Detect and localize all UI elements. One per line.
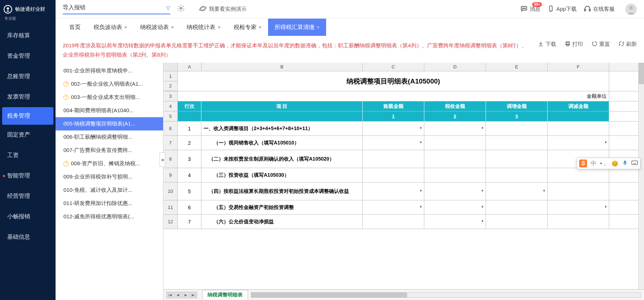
close-icon[interactable]: × bbox=[218, 24, 220, 30]
row-header[interactable]: 2 bbox=[163, 81, 178, 91]
cell[interactable] bbox=[363, 150, 424, 168]
help-icon[interactable]: ? bbox=[63, 95, 69, 100]
demo-link[interactable]: 我要看实例演示 bbox=[199, 5, 247, 14]
sidebar-item[interactable]: 基础信息 bbox=[0, 227, 56, 247]
cell[interactable] bbox=[548, 111, 609, 121]
reset-button[interactable]: 重置 bbox=[592, 41, 610, 48]
cell[interactable] bbox=[424, 168, 486, 182]
tree-item[interactable]: 010-免税、减计收入及加计... bbox=[56, 184, 163, 197]
collapse-handle[interactable]: ◀ bbox=[159, 152, 165, 167]
sheet-nav-next[interactable]: ▶ bbox=[182, 292, 189, 298]
col-header[interactable]: E bbox=[486, 63, 548, 71]
cell[interactable]: * bbox=[424, 182, 486, 200]
cell[interactable]: （六）公允价值变动净损益 bbox=[201, 215, 363, 229]
horizontal-scrollbar[interactable] bbox=[251, 292, 641, 298]
cell[interactable]: 3 bbox=[486, 111, 548, 121]
cell[interactable]: 1 bbox=[178, 122, 201, 135]
row-header[interactable]: 10 bbox=[163, 182, 178, 200]
cell[interactable]: * bbox=[363, 136, 424, 150]
cell[interactable] bbox=[486, 168, 548, 182]
download-button[interactable]: 下载 bbox=[538, 41, 556, 48]
ime-lang[interactable]: 中 bbox=[591, 160, 596, 167]
tree-item[interactable]: 009-企业所得税弥补亏损明... bbox=[56, 170, 163, 184]
sidebar-item[interactable]: 固定资产 bbox=[0, 125, 56, 145]
col-header[interactable]: C bbox=[363, 63, 424, 71]
cell[interactable]: 7 bbox=[178, 215, 201, 229]
avatar[interactable] bbox=[625, 4, 637, 15]
messages-button[interactable]: 消息 99+ bbox=[520, 5, 540, 13]
sheet-nav-prev[interactable]: ◀ bbox=[174, 292, 181, 298]
cell[interactable]: * bbox=[548, 136, 609, 150]
close-icon[interactable]: × bbox=[124, 24, 127, 30]
cell[interactable]: 6 bbox=[178, 200, 201, 214]
cell[interactable] bbox=[548, 182, 609, 200]
cell[interactable]: * bbox=[424, 215, 486, 229]
help-icon[interactable]: ? bbox=[63, 81, 69, 87]
help-icon[interactable]: ? bbox=[63, 161, 69, 166]
close-icon[interactable]: × bbox=[171, 24, 174, 30]
tree-item[interactable]: 006-职工薪酬纳税调整明细... bbox=[56, 130, 163, 144]
page-tab[interactable]: 所得税汇算清缴× bbox=[268, 19, 326, 36]
tree-item[interactable]: ?008-资产折旧、摊销及纳税... bbox=[56, 157, 163, 170]
cell[interactable]: * bbox=[363, 182, 424, 200]
cell[interactable] bbox=[486, 136, 548, 150]
row-header[interactable]: 11 bbox=[163, 200, 178, 214]
sidebar-item[interactable]: 资金管理 bbox=[0, 46, 56, 66]
ime-keyboard-icon[interactable] bbox=[631, 160, 638, 167]
tree-item[interactable]: 007-广告费和业务宣传费跨... bbox=[56, 144, 163, 157]
row-header[interactable]: 5 bbox=[163, 111, 178, 121]
tree-item[interactable]: 012-减免所得税优惠明细表(... bbox=[56, 210, 163, 223]
sidebar-item[interactable]: 总账管理 bbox=[0, 66, 56, 87]
row-header[interactable]: 12 bbox=[163, 215, 178, 229]
cell[interactable] bbox=[424, 136, 486, 150]
page-tab[interactable]: 税负波动表× bbox=[87, 19, 134, 36]
ime-mic-icon[interactable] bbox=[622, 160, 628, 167]
cell[interactable] bbox=[548, 215, 609, 229]
cell[interactable]: * bbox=[424, 200, 486, 214]
tree-item[interactable]: 011-研发费用加计扣除优惠... bbox=[56, 197, 163, 210]
tree-item[interactable]: ?003-一般企业成本支出明细... bbox=[56, 91, 163, 104]
cell[interactable]: 税收金额 bbox=[424, 101, 486, 111]
cell[interactable] bbox=[486, 200, 548, 214]
cell[interactable]: 项 目 bbox=[201, 101, 363, 111]
cell[interactable]: 1 bbox=[363, 111, 424, 121]
cell[interactable]: 2 bbox=[178, 136, 201, 150]
cell[interactable]: （五）交易性金融资产初始投资调整 bbox=[201, 200, 363, 214]
row-header[interactable]: 4 bbox=[163, 101, 178, 111]
vertical-scrollbar[interactable] bbox=[638, 63, 644, 289]
cell[interactable] bbox=[178, 111, 201, 121]
cell[interactable] bbox=[486, 215, 548, 229]
cell[interactable] bbox=[548, 168, 609, 182]
ime-punct-icon[interactable]: •， bbox=[600, 160, 608, 167]
sidebar-item[interactable]: 智能管理 bbox=[0, 166, 56, 186]
cell[interactable]: （二）未按权责发生制原则确认的收入（填写A105020） bbox=[201, 150, 363, 168]
cell[interactable]: 2 bbox=[424, 111, 486, 121]
cell[interactable]: * bbox=[486, 182, 548, 200]
cell[interactable]: 一、收入类调整项目（2+3+4+5+6+7+8+10+11） bbox=[201, 122, 363, 135]
sheet-tab[interactable]: 纳税调整明细表 bbox=[202, 290, 248, 300]
gear-icon[interactable] bbox=[177, 5, 185, 14]
cell[interactable] bbox=[486, 150, 548, 168]
cell[interactable] bbox=[424, 150, 486, 168]
cell[interactable]: 调减金额 bbox=[548, 101, 609, 111]
page-tab[interactable]: 纳税波动表× bbox=[134, 19, 180, 36]
cell[interactable]: * bbox=[363, 200, 424, 214]
cell[interactable]: 行次 bbox=[178, 101, 201, 111]
cell[interactable] bbox=[486, 122, 548, 135]
sidebar-item[interactable]: 库存核算 bbox=[0, 25, 56, 46]
print-button[interactable]: 打印 bbox=[565, 41, 583, 48]
refresh-button[interactable]: 刷新 bbox=[619, 41, 637, 48]
ime-emoji-icon[interactable]: 😊 bbox=[611, 160, 619, 167]
cell[interactable]: 4 bbox=[178, 168, 201, 182]
cell[interactable]: * bbox=[363, 122, 424, 135]
sidebar-item[interactable]: 税务管理 bbox=[2, 107, 53, 125]
cell[interactable]: （三）投资收益（填写A105030） bbox=[201, 168, 363, 182]
search-select[interactable]: 导入报错 ▽ bbox=[63, 4, 170, 14]
col-header[interactable]: A bbox=[178, 63, 201, 71]
cell[interactable] bbox=[201, 111, 363, 121]
sheet-nav-last[interactable]: ▶| bbox=[190, 292, 197, 298]
row-header[interactable]: 3 bbox=[163, 91, 178, 101]
sidebar-item[interactable]: 发票管理 bbox=[0, 87, 56, 107]
cell[interactable]: 3 bbox=[178, 150, 201, 168]
page-tab[interactable]: 首页 bbox=[63, 19, 87, 36]
